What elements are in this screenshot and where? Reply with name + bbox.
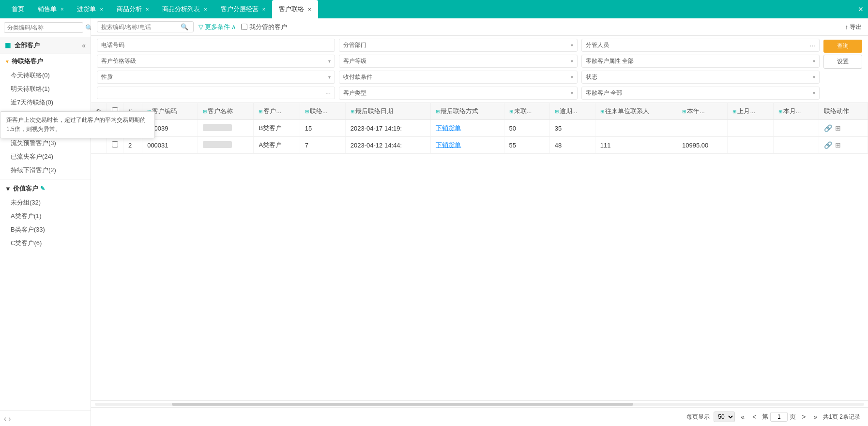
row-this-year-2: 10995.00	[677, 137, 728, 154]
sidebar-item-declining[interactable]: 持续下滑客户(2)	[0, 163, 91, 177]
nav-sales[interactable]: 销售单 ×	[31, 0, 70, 18]
col-last-date[interactable]: ⊞最后联络日期	[345, 103, 431, 120]
per-page-select[interactable]: 50	[714, 411, 735, 422]
advanced-filter: 电话号码 客户价格等级 ▾ 性质 ▾ ···	[91, 36, 868, 103]
sidebar-search-icon[interactable]: 🔍	[85, 24, 91, 31]
my-customers-checkbox[interactable]	[241, 24, 247, 30]
row-index-2: 2	[123, 137, 142, 154]
prev-page-btn[interactable]: <	[750, 412, 758, 422]
filter-price-grade[interactable]: 客户价格等级 ▾	[97, 55, 335, 68]
col-action: 联络动作	[819, 103, 868, 120]
row-last-method-2[interactable]: 下销货单	[431, 137, 504, 154]
row-last-method[interactable]: 下销货单	[431, 120, 504, 137]
scroll-thumb[interactable]	[172, 403, 633, 406]
filter-payment-terms[interactable]: 收付款条件 ▾	[339, 71, 577, 84]
col-this-year[interactable]: ⊞本年...	[677, 103, 728, 120]
nav-close-product-list[interactable]: ×	[204, 0, 207, 18]
main-layout: 🔍 ▦ 全部客户 « ▼ 待联络客户 今天待联络(0) 明天待联络(1) 近7天…	[0, 18, 868, 426]
sidebar-item-today-pending[interactable]: 今天待联络(0)	[0, 69, 91, 82]
filter-status[interactable]: 状态 ▾	[581, 71, 820, 84]
horizontal-scroll[interactable]	[91, 400, 868, 407]
sidebar-collapse-btn[interactable]: «	[82, 42, 86, 49]
more-conditions-btn[interactable]: ▽ 更多条件 ∧	[198, 23, 236, 31]
sidebar-value-group[interactable]: ▼ 价值客户 ✎	[0, 181, 91, 196]
sidebar-left-arrow[interactable]: ‹	[4, 414, 6, 423]
filter-col3: 分管人员 ··· 零散客户属性 全部 ▾ 状态 ▾ 零散客户 全部 ▾	[581, 39, 820, 100]
nav-purchase[interactable]: 进货单 ×	[70, 0, 109, 18]
nav-close-customer-seg[interactable]: ×	[262, 0, 265, 18]
last-page-btn[interactable]: »	[812, 412, 820, 422]
row-contact-count-2: 7	[300, 137, 345, 154]
filter-col1: 电话号码 客户价格等级 ▾ 性质 ▾ ···	[97, 39, 335, 99]
row-link-icon-2[interactable]: 🔗	[824, 141, 832, 149]
last-method-link-2[interactable]: 下销货单	[436, 141, 461, 148]
sidebar-pending-group[interactable]: ▼ 待联络客户	[0, 54, 91, 69]
col-overdue[interactable]: ⊞逾期...	[549, 103, 595, 120]
customer-search-input[interactable]	[101, 24, 179, 30]
export-btn[interactable]: ↑ 导出	[845, 23, 863, 31]
row-name-2	[198, 137, 254, 154]
filter-phone[interactable]: 电话号码	[97, 39, 335, 52]
col-last-month[interactable]: ⊞上月...	[728, 103, 773, 120]
dropdown-arrow-icon9: ▾	[813, 90, 815, 96]
page-number-input[interactable]	[770, 412, 788, 422]
sidebar-item-unclassified[interactable]: 未分组(32)	[0, 196, 91, 209]
filter-manager[interactable]: 分管人员 ···	[581, 39, 820, 52]
sidebar-item-class-c[interactable]: C类客户(6)	[0, 236, 91, 250]
nav-customer-contact[interactable]: 客户联络 ×	[272, 0, 318, 18]
filter-retail-customer[interactable]: 零散客户 全部 ▾	[581, 87, 820, 100]
row-grid-icon-2[interactable]: ⊞	[835, 141, 841, 149]
col-pending[interactable]: ⊞未联...	[504, 103, 549, 120]
edit-icon[interactable]: ✎	[40, 185, 45, 192]
sidebar-right-arrow[interactable]: ›	[8, 414, 11, 423]
row-last-month	[728, 120, 773, 137]
nav-close-customer-contact[interactable]: ×	[308, 0, 311, 18]
col-last-method[interactable]: ⊞最后联络方式	[431, 103, 504, 120]
last-method-link-1[interactable]: 下销货单	[436, 124, 461, 132]
nav-close-all[interactable]: ×	[858, 4, 863, 15]
nav-customer-segmentation[interactable]: 客户分层经营 ×	[214, 0, 272, 18]
row-overdue: 35	[549, 120, 595, 137]
col-contact-person[interactable]: ⊞往来单位联系人	[595, 103, 677, 120]
query-button[interactable]: 查询	[823, 40, 862, 53]
nav-home[interactable]: 首页	[5, 0, 31, 18]
col-contact-count[interactable]: ⊞联络...	[300, 103, 345, 120]
sidebar-item-class-a[interactable]: A类客户(1)	[0, 209, 91, 223]
export-icon: ↑	[845, 23, 849, 30]
row-checkbox-cell-2[interactable]	[107, 137, 123, 154]
row-grid-icon-1[interactable]: ⊞	[835, 124, 841, 132]
sidebar-item-lost[interactable]: 已流失客户(24)	[0, 150, 91, 163]
filter-department[interactable]: 分管部门 ▾	[339, 39, 577, 52]
filter-dots-row[interactable]: ···	[97, 87, 335, 99]
row-contact-person-2: 111	[595, 137, 677, 154]
sidebar-item-week-pending[interactable]: 近7天待联络(0)	[0, 96, 91, 109]
nav-product-analysis-list[interactable]: 商品分析列表 ×	[155, 0, 213, 18]
per-page-label: 每页显示	[686, 413, 710, 421]
nav-product-analysis[interactable]: 商品分析 ×	[110, 0, 155, 18]
sidebar-all-customers[interactable]: ▦ 全部客户 «	[0, 37, 91, 54]
nav-close-purchase[interactable]: ×	[100, 0, 103, 18]
col-name[interactable]: ⊞客户名称	[198, 103, 254, 120]
sidebar-item-tomorrow-pending[interactable]: 明天待联络(1)	[0, 82, 91, 96]
sidebar-search-input[interactable]	[4, 22, 83, 33]
table-row: 2 000031 A类客户 7 2023-04-12 14:44: 下销货单 5…	[91, 137, 868, 154]
col-type[interactable]: ⊞客户...	[254, 103, 300, 120]
sidebar-item-lost-warning[interactable]: 流失预警客户(3)	[0, 136, 91, 150]
filter-retail-attr[interactable]: 零散客户属性 全部 ▾	[581, 55, 820, 68]
filter-customer-grade[interactable]: 客户等级 ▾	[339, 55, 577, 68]
nav-close-sales[interactable]: ×	[61, 0, 63, 18]
row-contact-count: 15	[300, 120, 345, 137]
filter-customer-type[interactable]: 客户类型 ▾	[339, 87, 577, 100]
row-overdue-2: 48	[549, 137, 595, 154]
customer-search-icon[interactable]: 🔍	[181, 23, 188, 30]
col-this-month[interactable]: ⊞本月...	[773, 103, 819, 120]
row-link-icon-1[interactable]: 🔗	[824, 124, 832, 132]
sidebar-item-class-b[interactable]: B类客户(33)	[0, 223, 91, 236]
row-checkbox-2[interactable]	[112, 141, 118, 147]
settings-button[interactable]: 设置	[823, 55, 862, 69]
dots-icon: ···	[325, 89, 331, 97]
filter-nature[interactable]: 性质 ▾	[97, 71, 335, 84]
first-page-btn[interactable]: «	[739, 412, 746, 422]
next-page-btn[interactable]: >	[800, 412, 807, 422]
nav-close-product-analysis[interactable]: ×	[146, 0, 149, 18]
